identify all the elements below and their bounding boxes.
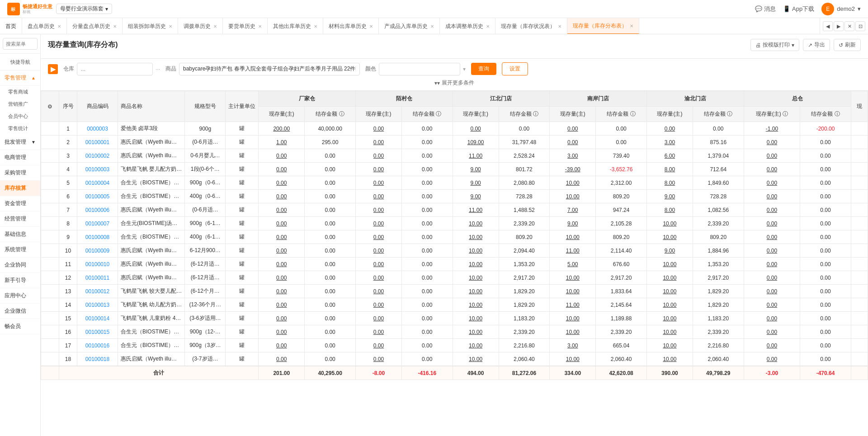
color-input[interactable] <box>379 63 460 75</box>
sidebar-item-member[interactable]: 会员中心 <box>0 110 40 122</box>
sidebar-item-marketing[interactable]: 营销推广 <box>0 98 40 110</box>
tab-nav-controls: ◀ ▶ ✕ ⊡ <box>820 18 868 34</box>
sidebar-item-finance[interactable]: 资金管理 <box>0 196 40 211</box>
quick-nav-btn[interactable]: 快捷导航 <box>0 56 40 68</box>
th-spec: 规格型号 <box>185 91 226 122</box>
arrow-up-icon: ▲ <box>31 75 36 80</box>
tab-transfer[interactable]: 调拨单历史 ✕ <box>178 18 223 34</box>
search-input[interactable] <box>3 38 38 50</box>
sidebar-item-retail-shop[interactable]: 零售商城 <box>0 86 40 98</box>
message-icon: 💬 <box>755 5 762 12</box>
sidebar-item-basic[interactable]: 基础信息 <box>0 227 40 242</box>
table-row: 1100100010惠氏启赋（Wyeth illu…(6-12月适…罐0.000… <box>41 258 868 271</box>
sidebar-item-app-center[interactable]: 应用中心 <box>0 288 40 304</box>
goods-label: 商品 <box>165 65 176 73</box>
tab-stock-history[interactable]: 盘点单历史 ✕ <box>22 18 67 34</box>
export-icon: ↗ <box>808 42 812 48</box>
gear-icon[interactable]: ⚙ <box>47 103 52 110</box>
chevron-down-icon: ▾▾ <box>434 80 440 86</box>
content-area: 现存量查询(库存分布) 🖨 按模版打印 ▾ ↗ 导出 ↺ <box>41 34 868 436</box>
table-row: 800100007合生元(BIOSTIME)汤…900g（6-1…罐0.000.… <box>41 217 868 230</box>
sidebar-item-guide[interactable]: 新手引导 <box>0 273 40 288</box>
sidebar-quick-nav: 快捷导航 <box>0 54 40 70</box>
expand-more-btn[interactable]: ▾▾ 展开更多条件 <box>434 79 474 87</box>
tab-other-out[interactable]: 其他出库单历史 ✕ <box>268 18 323 34</box>
sidebar-item-vip[interactable]: 畅会员 <box>0 319 40 334</box>
table-row: 300100002惠氏启赋（Wyeth illu…0-6月婴儿…罐0.000.0… <box>41 149 868 163</box>
sidebar-item-operations[interactable]: 经营管理 <box>0 211 40 227</box>
sidebar: 快捷导航 零售管理 ▲ 零售商城 营销推广 会员中心 零售统计 批发管理 ▼ 电… <box>0 34 41 436</box>
sidebar-item-retail-stats[interactable]: 零售统计 <box>0 122 40 135</box>
warehouse-label: 仓库 <box>63 65 74 73</box>
user-menu[interactable]: E demo2 ▾ <box>821 3 861 15</box>
sidebar-item-purchase[interactable]: 采购管理 <box>0 165 40 181</box>
page-header: 现存量查询(库存分布) 🖨 按模版打印 ▾ ↗ 导出 ↺ <box>41 34 868 59</box>
app-download-btn[interactable]: 📱 App下载 <box>783 5 814 13</box>
close-icon[interactable]: ✕ <box>258 24 262 29</box>
export-btn[interactable]: ↗ 导出 <box>803 39 830 51</box>
table-container[interactable]: ⚙ 序号 商品编码 商品名称 规格型号 主计量单位 厂家仓 陌村仓 江北门店 南… <box>41 91 868 436</box>
th-code: 商品编码 <box>77 91 118 122</box>
goods-input[interactable] <box>179 63 360 75</box>
tab-stock-status[interactable]: 现存量（库存状况表） ✕ <box>495 18 567 34</box>
logo-text: 畅捷通好生意 <box>23 4 52 9</box>
table-row: 10000003爱他美 卤草3段900g罐200.0040,000.000.00… <box>41 122 868 136</box>
tab-prev-btn[interactable]: ◀ <box>823 21 833 31</box>
th-yubei: 渝北门店 <box>646 91 744 107</box>
th-current: 现 <box>851 91 868 122</box>
tab-stock-split[interactable]: 分量盘点单历史 ✕ <box>67 18 123 34</box>
tab-cost-adjust[interactable]: 成本调整单历史 ✕ <box>440 18 495 34</box>
sidebar-item-ecommerce[interactable]: 电商管理 <box>0 150 40 165</box>
close-icon[interactable]: ✕ <box>113 24 117 29</box>
tab-stock-dist[interactable]: 现存量（库存分布表） ✕ <box>567 18 639 34</box>
th-factory-qty: 现存量(主) <box>259 107 305 122</box>
tab-assemble[interactable]: 组装拆卸单历史 ✕ <box>123 18 178 34</box>
close-icon[interactable]: ✕ <box>630 23 633 28</box>
industry-selector[interactable]: 母婴行业演示陈套 ▾ <box>56 4 112 14</box>
refresh-btn[interactable]: ↺ 刷新 <box>834 39 861 51</box>
close-icon[interactable]: ✕ <box>314 24 317 29</box>
print-btn[interactable]: 🖨 按模版打印 ▾ <box>750 39 799 51</box>
th-gear[interactable]: ⚙ <box>41 91 59 122</box>
message-btn[interactable]: 💬 消息 <box>755 5 776 13</box>
tab-material-out[interactable]: 材料出库单历史 ✕ <box>323 18 379 34</box>
sidebar-menu: 零售管理 ▲ 零售商城 营销推广 会员中心 零售统计 批发管理 ▼ 电商管理 采… <box>0 70 40 436</box>
settings-btn[interactable]: 设置 <box>502 62 528 75</box>
sidebar-item-cooperation[interactable]: 企业协同 <box>0 258 40 273</box>
close-icon[interactable]: ✕ <box>213 24 217 29</box>
page-title: 现存量查询(库存分布) <box>48 40 118 50</box>
th-unit: 主计量单位 <box>226 91 259 122</box>
table-row: 1700100016合生元（BIOSTIME）…900g（3岁…罐0.000.0… <box>41 339 868 352</box>
query-btn[interactable]: 查询 <box>471 63 496 75</box>
table-row: 1300100012飞鹤星飞帆 较大婴儿配…(6-12个月…罐0.000.000… <box>41 285 868 298</box>
th-jiangbei-qty: 现存量(主) <box>453 107 499 122</box>
tab-product-in[interactable]: 产成品入库单历史 ✕ <box>379 18 440 34</box>
tab-requisition[interactable]: 要货单历史 ✕ <box>223 18 268 34</box>
filter-row: ▶ 仓库 ··· 商品 颜色 ▾ 查询 <box>48 62 861 75</box>
table-row: 200100001惠氏启赋（Wyeth illu…(0-6月适…罐1.00295… <box>41 136 868 149</box>
th-jiangbei-amt: 结存金额 ⓘ <box>499 107 550 122</box>
tab-home[interactable]: 首页 <box>0 18 22 34</box>
close-icon[interactable]: ✕ <box>430 24 434 29</box>
color-filter: 颜色 ▾ <box>365 63 466 75</box>
logo-area: 标 畅捷通好生意 标账 <box>7 3 52 15</box>
tab-next-btn[interactable]: ▶ <box>834 21 844 31</box>
sidebar-item-retail[interactable]: 零售管理 ▲ <box>0 70 40 86</box>
table-row: 600100005合生元（BIOSTIME）…400g（0-6…罐0.000.0… <box>41 190 868 203</box>
filter-expand-btn[interactable]: ▶ <box>48 64 58 74</box>
close-icon[interactable]: ✕ <box>57 24 61 29</box>
sidebar-item-inventory[interactable]: 库存核算 <box>0 181 40 196</box>
chevron-down-icon: ▾ <box>858 5 861 12</box>
warehouse-input[interactable] <box>77 63 153 75</box>
sidebar-item-wholesale[interactable]: 批发管理 ▼ <box>0 135 40 150</box>
close-icon[interactable]: ✕ <box>558 24 561 29</box>
sidebar-item-system[interactable]: 系统管理 <box>0 242 40 258</box>
close-icon[interactable]: ✕ <box>369 24 373 29</box>
tab-close-all-btn[interactable]: ✕ <box>844 21 854 31</box>
th-nanan-amt: 结存金额 ⓘ <box>596 107 647 122</box>
table-row: 400100003飞鹤星飞帆 婴儿配方奶…1段(0-6个…罐0.000.000.… <box>41 163 868 176</box>
tab-expand-btn[interactable]: ⊡ <box>855 21 865 31</box>
close-icon[interactable]: ✕ <box>169 24 172 29</box>
sidebar-item-wechat[interactable]: 企业微信 <box>0 304 40 319</box>
close-icon[interactable]: ✕ <box>486 24 490 29</box>
